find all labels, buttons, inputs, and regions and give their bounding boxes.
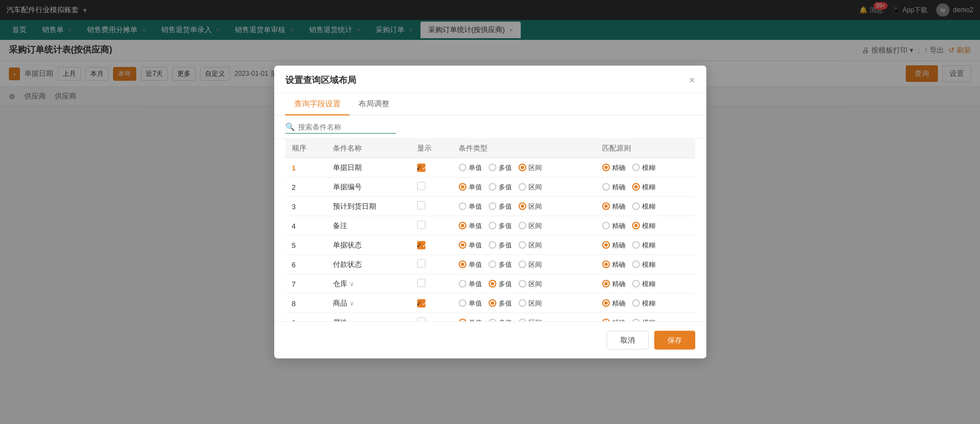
modal-tabs: 查询字段设置 布局调整 (274, 94, 706, 107)
modal-tab-layout[interactable]: 布局调整 (350, 94, 398, 107)
modal-header: 设置查询区域布局 × (274, 66, 706, 94)
settings-modal: 设置查询区域布局 × 查询字段设置 布局调整 🔍 顺序 条件名称 显示 条件类型 (274, 66, 706, 107)
modal-title: 设置查询区域布局 (285, 75, 356, 86)
modal-close-button[interactable]: × (689, 75, 695, 86)
modal-tab-fields[interactable]: 查询字段设置 (285, 94, 350, 107)
